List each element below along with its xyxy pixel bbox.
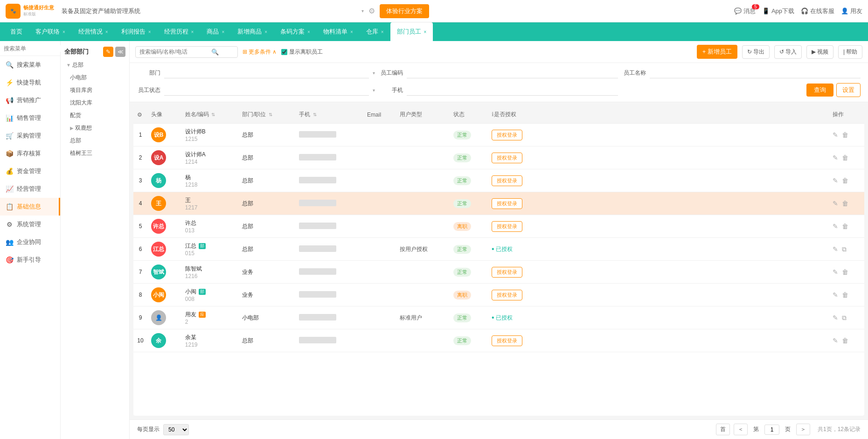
next-page-btn[interactable]: ＞ [796,424,810,435]
online-service-btn[interactable]: 🎧 在线客服 [801,7,834,15]
import-button[interactable]: ↺ 导入 [774,45,802,59]
sidebar-item-sysmanage[interactable]: ⚙ 系统管理 [0,216,60,233]
query-button[interactable]: 查询 [806,84,833,97]
view-button[interactable]: ▶ 视频 [806,45,833,59]
page-number-input[interactable] [764,425,779,435]
dept-node-root[interactable]: ▼ 总部 [62,59,127,71]
sidebar-item-search[interactable]: 🔍 搜索菜单 [0,56,60,74]
close-icon[interactable]: × [191,29,194,35]
sidebar-item-guide[interactable]: 🎯 新手引导 [0,251,60,269]
app-download-btn[interactable]: 📱 App下载 [762,7,794,15]
set-button[interactable]: 设置 [836,83,861,97]
phone-filter-input[interactable] [407,85,618,96]
close-icon[interactable]: × [264,29,267,35]
delete-icon[interactable]: 🗑 [842,223,848,230]
sidebar-item-marketing[interactable]: 📢 营销推广 [0,91,60,109]
auth-btn[interactable]: 授权登录 [492,130,522,140]
copy-icon[interactable]: ⧉ [842,245,847,253]
message-btn[interactable]: 💬 消息 5 [734,7,756,15]
close-icon[interactable]: × [222,29,224,35]
sidebar-item-baseinfo[interactable]: 📋 基础信息 [0,198,60,216]
tab-barcode[interactable]: 条码方案× [274,22,317,41]
col-dept[interactable]: 部门/职位 ⇅ [238,106,295,124]
dept-collapse-btn[interactable]: ≪ [115,47,125,57]
export-button[interactable]: ↻ 导出 [742,45,770,59]
close-icon[interactable]: × [381,29,384,35]
delete-icon[interactable]: 🗑 [842,337,848,344]
tab-bom[interactable]: 物料清单× [317,22,360,41]
sidebar-item-collab[interactable]: 👥 企业协同 [0,233,60,251]
delete-icon[interactable]: 🗑 [842,154,848,161]
auth-btn[interactable]: 授权登录 [492,198,522,209]
tab-operation[interactable]: 经营情况× [72,22,115,41]
edit-icon[interactable]: ✎ [833,200,838,207]
close-icon[interactable]: × [62,29,65,35]
emp-status-filter-select[interactable] [164,85,369,96]
tab-history[interactable]: 经营历程× [158,22,201,41]
edit-icon[interactable]: ✎ [833,314,838,322]
tab-warehouse[interactable]: 仓库× [360,22,390,41]
delete-icon[interactable]: 🗑 [842,131,848,139]
dept-node-project[interactable]: 项目库房 [62,84,127,97]
dept-node-shenyang[interactable]: 沈阳大库 [62,97,127,109]
dept-node-zhishu[interactable]: 植树王三 [62,147,127,160]
dept-node-zongbu[interactable]: 总部 [62,134,127,147]
tab-home[interactable]: 首页 [4,22,29,41]
per-page-select[interactable]: 50 20 100 [163,424,189,435]
col-settings[interactable]: ⚙ [133,106,147,124]
delete-icon[interactable]: 🗑 [842,291,848,299]
edit-icon[interactable]: ✎ [833,154,838,161]
add-employee-button[interactable]: + 新增员工 [697,45,737,59]
dept-node-xiaodian[interactable]: 小电部 [62,71,127,84]
tab-profit[interactable]: 利润报告× [115,22,158,41]
edit-icon[interactable]: ✎ [833,177,838,184]
filter-search-input[interactable] [139,49,209,55]
close-icon[interactable]: × [148,29,151,35]
delete-icon[interactable]: 🗑 [842,200,848,207]
sidebar-item-purchase[interactable]: 🛒 采购管理 [0,127,60,145]
col-name[interactable]: 姓名/编码 ⇅ [181,106,238,124]
delete-icon[interactable]: 🗑 [842,268,848,276]
edit-icon[interactable]: ✎ [833,291,838,299]
auth-btn[interactable]: 授权登录 [492,267,522,278]
dept-node-distribution[interactable]: 配货 [62,109,127,122]
auth-btn[interactable]: 授权登录 [492,153,522,163]
show-resigned-input[interactable] [281,49,287,55]
copy-icon[interactable]: ⧉ [842,314,847,322]
delete-icon[interactable]: 🗑 [842,177,848,184]
show-resigned-checkbox[interactable]: 显示离职员工 [281,48,323,56]
tab-goods[interactable]: 商品× [200,22,231,41]
edit-icon[interactable]: ✎ [833,223,838,230]
sidebar-item-quicknav[interactable]: ⚡ 快捷导航 [0,74,60,91]
auth-btn[interactable]: 授权登录 [492,175,522,186]
tab-customer[interactable]: 客户联络× [29,22,72,41]
dept-node-shuanglu[interactable]: ▶ 双鹿想 [62,122,127,134]
help-button[interactable]: | 帮助 [838,45,862,59]
close-icon[interactable]: × [105,29,108,35]
filter-more-btn[interactable]: ⊞ 更多条件 ∧ [243,48,277,56]
first-page-btn[interactable]: 首 [716,424,730,435]
col-phone[interactable]: 手机 ⇅ [295,106,363,124]
sidebar-item-finance[interactable]: 💰 资金管理 [0,162,60,180]
close-icon[interactable]: × [307,29,310,35]
auth-btn[interactable]: 授权登录 [492,221,522,232]
tab-add-goods[interactable]: 新增商品× [231,22,274,41]
edit-icon[interactable]: ✎ [833,337,838,344]
emp-code-filter-input[interactable] [407,68,618,78]
emp-name-filter-input[interactable] [650,68,861,78]
dept-add-btn[interactable]: ✎ [103,47,113,57]
sidebar-item-inventory[interactable]: 📦 库存核算 [0,145,60,162]
dept-filter-select[interactable] [164,68,369,78]
auth-btn[interactable]: 授权登录 [492,290,522,300]
edit-icon[interactable]: ✎ [833,268,838,276]
prev-page-btn[interactable]: ＜ [734,424,748,435]
edit-icon[interactable]: ✎ [833,245,838,253]
close-icon[interactable]: × [350,29,353,35]
system-title-chevron[interactable]: ▾ [361,8,364,14]
sidebar-item-sales[interactable]: 📊 销售管理 [0,109,60,127]
auth-btn[interactable]: 授权登录 [492,335,522,346]
edit-icon[interactable]: ✎ [833,131,838,139]
user-avatar[interactable]: 👤 用友 [841,7,862,15]
trial-button[interactable]: 体验行业方案 [380,4,429,18]
settings-icon[interactable]: ⚙ [368,7,375,15]
